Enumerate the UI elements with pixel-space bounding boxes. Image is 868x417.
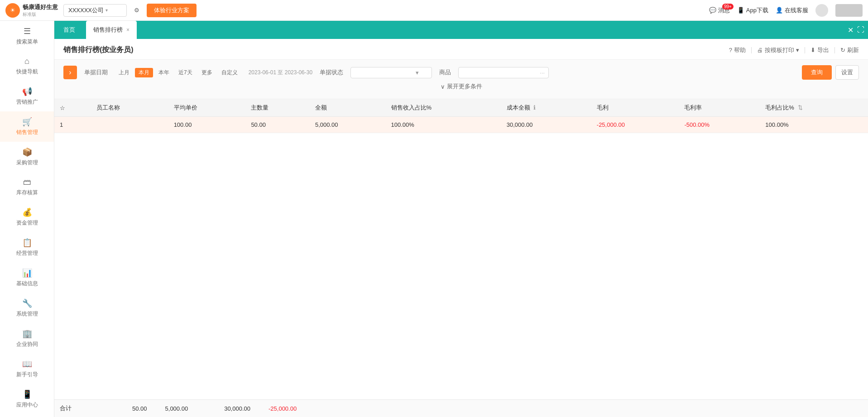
date-tab-custom[interactable]: 自定义 (218, 68, 241, 77)
data-table: ☆ 员工名称 平均单价 主数量 全额 销售收入占比% 成本全额 ℹ 毛利 (54, 99, 868, 133)
sort-icon[interactable]: ⇅ (798, 104, 803, 111)
th-qty: 主数量 (245, 99, 310, 117)
cell-qty: 50.00 (245, 117, 310, 133)
sidebar-item-marketing[interactable]: 📢 营销推广 (0, 81, 54, 111)
th-cost: 成本全额 ℹ (501, 99, 591, 117)
th-profit: 毛利 (591, 99, 679, 117)
settings-button[interactable]: 设置 (835, 65, 859, 80)
status-select[interactable]: ▾ (350, 67, 432, 78)
service-icon: 👤 (776, 7, 783, 14)
export-button[interactable]: ⬇ 导出 (810, 46, 829, 54)
sidebar-item-wechat[interactable]: 💬 企业微信 (0, 414, 54, 417)
sidebar-item-label: 经营管理 (16, 249, 38, 257)
table-row: 1100.0050.005,000.00100.00%30,000.00-25,… (54, 117, 868, 133)
th-profit-rate: 毛利率 (679, 99, 760, 117)
refresh-button[interactable]: ↻ 刷新 (840, 46, 859, 54)
goods-input[interactable] (462, 69, 540, 76)
main-layout: ☰ 搜索菜单 ⌂ 快捷导航 📢 营销推广 🛒 销售管理 📦 采购管理 🗃 库存核… (0, 21, 868, 417)
gear-icon: ⚙ (134, 7, 139, 14)
sidebar-item-quick-nav[interactable]: ⌂ 快捷导航 (0, 51, 54, 81)
goods-input-wrap: ··· (458, 67, 549, 78)
filter-expand-toggle[interactable]: › (63, 66, 77, 79)
export-label: 导出 (817, 46, 829, 54)
date-tab-7-days[interactable]: 近7天 (175, 68, 196, 77)
th-rank: ☆ (54, 99, 91, 117)
sidebar-item-system[interactable]: 🔧 系统管理 (0, 293, 54, 323)
message-button[interactable]: 💬 消息 99+ (709, 6, 730, 14)
th-amount: 全额 (310, 99, 386, 117)
cart-icon: 🛒 (22, 117, 32, 127)
sidebar-item-purchase[interactable]: 📦 采购管理 (0, 142, 54, 172)
footer-qty: 50.00 (132, 405, 147, 412)
refresh-icon: ↻ (840, 47, 845, 53)
online-service-button[interactable]: 👤 在线客服 (776, 6, 808, 14)
tab-sales-ranking[interactable]: 销售排行榜 × (86, 21, 137, 39)
th-name: 员工名称 (91, 99, 168, 117)
date-tab-last-month[interactable]: 上月 (115, 68, 133, 77)
tab-close-icon[interactable]: × (126, 27, 129, 33)
info-icon: ℹ (533, 104, 536, 111)
settings-icon-btn[interactable]: ⚙ (130, 4, 143, 17)
date-tab-this-year[interactable]: 本年 (155, 68, 173, 77)
query-button[interactable]: 查询 (802, 65, 832, 80)
megaphone-icon: 📢 (22, 86, 32, 96)
finance-icon: 💰 (22, 207, 32, 217)
trial-button[interactable]: 体验行业方案 (147, 4, 197, 17)
avatar[interactable] (815, 4, 828, 17)
help-button[interactable]: ? 帮助 (729, 46, 746, 54)
cell-profit-rate: -500.00% (679, 117, 760, 133)
more-icon: ··· (540, 69, 545, 76)
date-range: 2023-06-01 至 2023-06-30 (249, 69, 312, 77)
sidebar-item-operation[interactable]: 📋 经营管理 (0, 232, 54, 263)
window-close-icon[interactable]: ✕ (848, 26, 854, 34)
sidebar: ☰ 搜索菜单 ⌂ 快捷导航 📢 营销推广 🛒 销售管理 📦 采购管理 🗃 库存核… (0, 21, 54, 417)
header-actions: ? 帮助 🖨 按模板打印 ▾ ⬇ 导出 (729, 46, 859, 54)
guide-icon: 📖 (22, 359, 32, 369)
template-print-button[interactable]: 🖨 按模板打印 ▾ (757, 46, 799, 54)
status-label: 单据状态 (320, 68, 343, 77)
message-badge: 99+ (722, 4, 734, 10)
help-icon: ? (729, 47, 732, 53)
sidebar-item-app-center[interactable]: 📱 应用中心 (0, 384, 54, 414)
inventory-icon: 🗃 (23, 177, 31, 187)
app-download-button[interactable]: 📱 App下载 (737, 6, 768, 14)
cell-profit-pct: 100.00% (760, 117, 868, 133)
sidebar-item-finance[interactable]: 💰 资金管理 (0, 202, 54, 232)
cell-sales-pct: 100.00% (386, 117, 501, 133)
chevron-down-icon: ▾ (106, 8, 108, 13)
divider (751, 47, 752, 53)
date-tab-more[interactable]: 更多 (198, 68, 216, 77)
divider (834, 47, 835, 53)
date-tab-this-month[interactable]: 本月 (135, 68, 153, 77)
company-selector[interactable]: XXXXXX公司 ▾ (63, 4, 127, 17)
window-expand-icon[interactable]: ⛶ (857, 26, 864, 34)
date-label: 单据日期 (84, 68, 108, 77)
logo-sub: 标准版 (23, 11, 58, 18)
template-print-label: 按模板打印 (765, 46, 794, 54)
tab-home[interactable]: 首页 (54, 21, 84, 39)
logo-area: ☀ 畅康通好生意 标准版 (5, 3, 60, 18)
sidebar-item-label: 新手引导 (16, 371, 38, 379)
sidebar-item-search[interactable]: ☰ 搜索菜单 (0, 21, 54, 51)
logo-text: 畅康通好生意 标准版 (23, 3, 58, 18)
online-service-label: 在线客服 (785, 6, 808, 14)
expand-more-button[interactable]: ∨ 展开更多条件 (441, 82, 482, 91)
cell-avg-price: 100.00 (168, 117, 246, 133)
tab-bar: 首页 销售排行榜 × ✕ ⛶ (54, 21, 868, 39)
divider (805, 47, 805, 53)
table-header-row: ☆ 员工名称 平均单价 主数量 全额 销售收入占比% 成本全额 ℹ 毛利 (54, 99, 868, 117)
sidebar-item-label: 搜索菜单 (16, 38, 38, 46)
sidebar-item-label: 企业协同 (16, 340, 38, 348)
logo-icon: ☀ (5, 3, 20, 18)
footer-cost: 30,000.00 (224, 405, 250, 412)
sidebar-item-enterprise[interactable]: 🏢 企业协同 (0, 323, 54, 354)
print-icon: 🖨 (757, 47, 763, 53)
app-download-label: App下载 (746, 6, 768, 14)
sidebar-item-sales[interactable]: 🛒 销售管理 (0, 111, 54, 142)
sidebar-item-basic-info[interactable]: 📊 基础信息 (0, 263, 54, 293)
package-icon: 📦 (22, 147, 32, 157)
sidebar-item-inventory[interactable]: 🗃 库存核算 (0, 172, 54, 202)
sidebar-item-label: 快捷导航 (16, 68, 38, 76)
sidebar-item-guide[interactable]: 📖 新手引导 (0, 354, 54, 384)
top-bar: ☀ 畅康通好生意 标准版 XXXXXX公司 ▾ ⚙ 体验行业方案 💬 消息 99… (0, 0, 868, 21)
